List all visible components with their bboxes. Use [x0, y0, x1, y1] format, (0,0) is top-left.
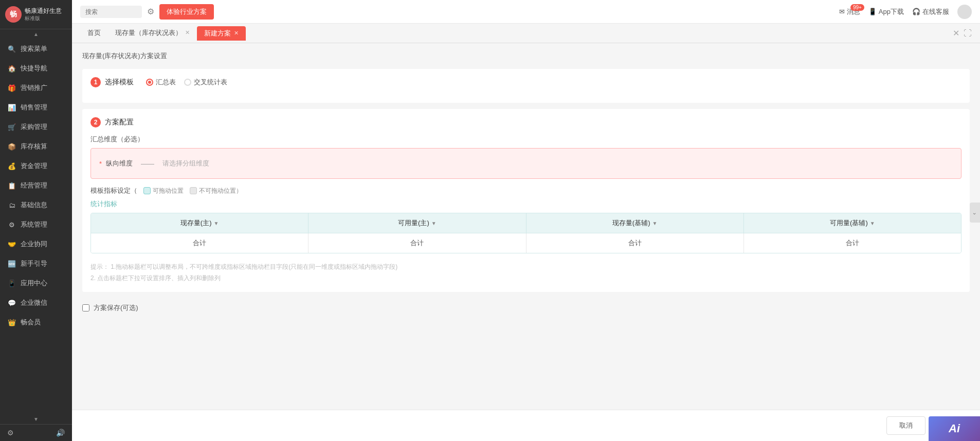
col-header-0[interactable]: 现存量(主) ▼ [91, 213, 308, 233]
collapse-icon: › [972, 213, 978, 215]
stat-table: 现存量(主) ▼ 可用量(主) ▼ 现存量(基辅) ▼ [90, 213, 961, 253]
sidebar-item-sales[interactable]: 📊 销售管理 [0, 98, 72, 117]
step1-section: 1 选择模板 汇总表 交叉统计表 [82, 69, 970, 103]
trial-button[interactable]: 体验行业方案 [159, 4, 214, 20]
indicators-text: 模板指标设定（ [90, 186, 137, 195]
save-row: 方案保存(可选) [82, 298, 970, 318]
window-close-button[interactable]: ✕ [953, 28, 959, 38]
sidebar-item-marketing[interactable]: 🎁 营销推广 [0, 78, 72, 98]
sidebar-scroll-up[interactable]: ▲ [0, 29, 72, 39]
gear-icon[interactable]: ⚙ [147, 7, 154, 16]
sidebar-item-label: 基础信息 [21, 200, 47, 210]
user-avatar[interactable] [957, 5, 972, 19]
sidebar-item-label: 快捷导航 [21, 64, 47, 73]
required-box[interactable]: * 纵向维度 —— 请选择分组维度 [90, 148, 961, 179]
main-area: ⚙ 体验行业方案 ✉ 消息 99+ 📱 App下载 🎧 在线客服 首页 [72, 0, 980, 441]
page-title: 现存量(库存状况表)方案设置 [82, 51, 970, 61]
tab-new-close[interactable]: ✕ [234, 30, 239, 36]
sidebar-item-app-center[interactable]: 📱 应用中心 [0, 273, 72, 293]
tab-inventory-label: 现存量（库存状况表） [115, 28, 182, 38]
stat-table-header: 现存量(主) ▼ 可用量(主) ▼ 现存量(基辅) ▼ [91, 213, 961, 233]
sidebar-item-quick-nav[interactable]: 🏠 快捷导航 [0, 59, 72, 78]
col-2-chevron: ▼ [652, 220, 658, 226]
settings-icon[interactable]: ⚙ [7, 429, 14, 437]
cancel-button[interactable]: 取消 [886, 416, 925, 435]
purchase-icon: 🛒 [7, 122, 16, 132]
sidebar: 畅 畅康通好生意 标准版 ▲ 🔍 搜索菜单 🏠 快捷导航 🎁 营销推广 📊 销售… [0, 0, 72, 441]
col-3-chevron: ▼ [870, 220, 875, 226]
search-menu-icon: 🔍 [7, 44, 16, 53]
member-icon: 👑 [7, 318, 16, 327]
step2-title: 方案配置 [105, 118, 134, 127]
col-header-2[interactable]: 现存量(基辅) ▼ [527, 213, 744, 233]
tab-home[interactable]: 首页 [80, 25, 108, 42]
col-header-1[interactable]: 可用量(主) ▼ [308, 213, 526, 233]
step1-header: 1 选择模板 汇总表 交叉统计表 [90, 77, 961, 87]
draggable-indicator: 可拖动位置 [143, 187, 184, 195]
step2-section: 2 方案配置 汇总维度（必选） * 纵向维度 —— 请选择分组维度 模板指标设定… [82, 109, 970, 292]
enterprise-icon: 🤝 [7, 240, 16, 249]
vertical-dim-label: 纵向维度 [106, 159, 133, 168]
sidebar-item-finance[interactable]: 💰 资金管理 [0, 156, 72, 176]
sidebar-item-wechat[interactable]: 💬 企业微信 [0, 293, 72, 313]
col-body-0: 合计 [91, 233, 308, 253]
quick-nav-icon: 🏠 [7, 64, 16, 73]
app-download-icon: 📱 [868, 8, 877, 15]
stats-title: 统计指标 [90, 199, 961, 209]
save-checkbox[interactable] [82, 304, 89, 311]
sidebar-item-system[interactable]: ⚙ 系统管理 [0, 215, 72, 234]
sidebar-item-label: 资金管理 [21, 161, 47, 171]
indicators-label-row: 模板指标设定（ 可拖动位置 不可拖动位置） [90, 186, 961, 195]
sidebar-scroll-down[interactable]: ▼ [0, 414, 72, 424]
sidebar-item-label: 系统管理 [21, 220, 47, 229]
sidebar-item-label: 搜索菜单 [21, 44, 47, 53]
online-service-button[interactable]: 🎧 在线客服 [912, 7, 949, 16]
step1-title: 选择模板 [105, 78, 134, 87]
app-logo-icon: 畅 [5, 6, 22, 23]
logo-char: 畅 [10, 10, 17, 19]
sidebar-item-label: 应用中心 [21, 279, 47, 288]
online-service-label: 在线客服 [922, 7, 949, 16]
sidebar-item-label: 畅会员 [21, 318, 41, 327]
topbar: ⚙ 体验行业方案 ✉ 消息 99+ 📱 App下载 🎧 在线客服 [72, 0, 980, 24]
sidebar-item-newcomer[interactable]: 🆕 新手引导 [0, 254, 72, 273]
search-input[interactable] [80, 6, 142, 18]
tab-inventory-status[interactable]: 现存量（库存状况表） ✕ [108, 25, 197, 42]
sidebar-bottom: ⚙ 🔊 [0, 424, 72, 441]
message-button[interactable]: ✉ 消息 99+ [839, 7, 860, 16]
tips-section: 提示： 1.拖动标题栏可以调整布局，不可跨维度或指标区域拖动栏目字段(只能在同一… [90, 262, 961, 284]
non-draggable-label: 不可拖动位置） [199, 187, 242, 195]
wechat-icon: 💬 [7, 298, 16, 307]
sidebar-item-enterprise[interactable]: 🤝 企业协同 [0, 234, 72, 254]
sidebar-item-purchase[interactable]: 🛒 采购管理 [0, 117, 72, 137]
ai-watermark: Ai [929, 416, 980, 441]
sidebar-item-search-menu[interactable]: 🔍 搜索菜单 [0, 39, 72, 59]
tab-home-label: 首页 [87, 28, 101, 38]
sidebar-item-inventory[interactable]: 📦 库存核算 [0, 137, 72, 156]
sidebar-item-base-info[interactable]: 🗂 基础信息 [0, 195, 72, 215]
radio-summary[interactable]: 汇总表 [146, 78, 176, 87]
sidebar-item-label: 新手引导 [21, 259, 47, 268]
inventory-icon: 📦 [7, 142, 16, 151]
speaker-icon[interactable]: 🔊 [56, 429, 65, 437]
app-name: 畅康通好生意 [25, 7, 62, 15]
required-dash: —— [141, 160, 154, 168]
tips-title: 提示： 1.拖动标题栏可以调整布局，不可跨维度或指标区域拖动栏目字段(只能在同一… [90, 262, 961, 273]
radio-cross[interactable]: 交叉统计表 [184, 78, 227, 87]
tabbar: 首页 现存量（库存状况表） ✕ 新建方案 ✕ ✕ ⛶ [72, 24, 980, 43]
service-icon: 🎧 [912, 8, 920, 15]
sidebar-item-operation[interactable]: 📋 经营管理 [0, 176, 72, 195]
sidebar-item-label: 企业协同 [21, 240, 47, 249]
col-header-3[interactable]: 可用量(基辅) ▼ [744, 213, 961, 233]
tab-new-plan[interactable]: 新建方案 ✕ [197, 26, 246, 41]
right-collapse-btn[interactable]: › [970, 203, 980, 223]
radio-summary-dot [146, 79, 153, 86]
col-body-1: 合计 [308, 233, 526, 253]
marketing-icon: 🎁 [7, 83, 16, 93]
content-area: 现存量(库存状况表)方案设置 1 选择模板 汇总表 交叉统计表 [72, 43, 980, 410]
window-expand-button[interactable]: ⛶ [964, 29, 972, 38]
tab-inventory-close[interactable]: ✕ [185, 29, 190, 36]
col-body-2: 合计 [527, 233, 744, 253]
app-download-button[interactable]: 📱 App下载 [868, 7, 904, 16]
sidebar-item-member[interactable]: 👑 畅会员 [0, 313, 72, 332]
